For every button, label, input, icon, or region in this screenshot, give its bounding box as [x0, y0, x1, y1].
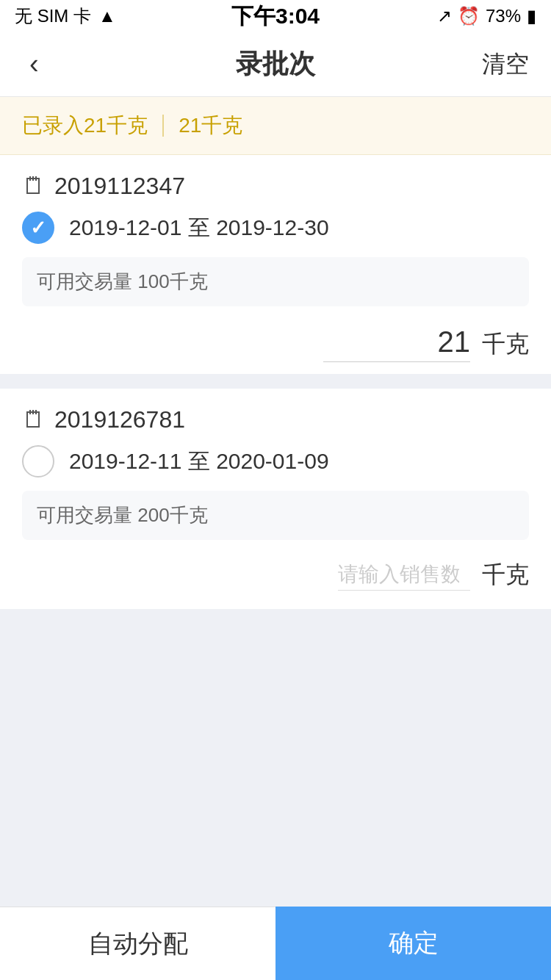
batch-unit-2: 千克: [482, 559, 529, 591]
batch-item-2: 🗒 2019126781 2019-12-11 至 2020-01-09 可用交…: [0, 389, 551, 609]
batch-date-2: 2019-12-11 至 2020-01-09: [69, 447, 329, 477]
quantity-input-2[interactable]: [338, 560, 470, 591]
main-content: 🗒 2019112347 2019-12-01 至 2019-12-30 可用交…: [0, 155, 551, 980]
batch-value-row-1: 21 千克: [0, 318, 551, 374]
clear-button[interactable]: 清空: [482, 48, 529, 81]
batch-value-container-1: 21: [323, 325, 470, 362]
bottom-bar: 自动分配 确定: [0, 907, 551, 980]
carrier-label: 无 SIM 卡: [15, 4, 91, 28]
doc-icon-1: 🗒: [22, 173, 46, 200]
batch-item-1: 🗒 2019112347 2019-12-01 至 2019-12-30 可用交…: [0, 155, 551, 374]
batch-value-line-1: [323, 361, 470, 362]
wifi-icon: ▲: [98, 6, 116, 26]
section-separator-1: [0, 374, 551, 389]
batch-quota-2: 可用交易量 200千克: [22, 491, 529, 540]
summary-bar: 已录入21千克 21千克: [0, 97, 551, 155]
summary-recorded: 已录入21千克: [22, 112, 148, 140]
quota-label-2: 可用交易量 200千克: [37, 504, 208, 526]
radio-button-2[interactable]: [22, 445, 54, 478]
batch-date-1: 2019-12-01 至 2019-12-30: [69, 213, 329, 243]
battery-label: 73%: [486, 6, 521, 26]
quota-label-1: 可用交易量 100千克: [37, 270, 208, 292]
summary-value: 21千克: [179, 112, 242, 140]
back-button[interactable]: ‹: [22, 41, 46, 87]
batch-value-1: 21: [438, 325, 471, 359]
doc-icon-2: 🗒: [22, 406, 46, 433]
location-icon: ↗: [437, 6, 452, 26]
status-left: 无 SIM 卡 ▲: [15, 4, 116, 28]
confirm-button[interactable]: 确定: [276, 907, 551, 980]
batch-header-2: 🗒 2019126781: [0, 389, 551, 439]
status-right: ↗ ⏰ 73% ▮: [437, 6, 536, 26]
status-bar: 无 SIM 卡 ▲ 下午3:04 ↗ ⏰ 73% ▮: [0, 0, 551, 32]
batch-id-2: 2019126781: [54, 406, 185, 433]
batch-date-row-2: 2019-12-11 至 2020-01-09: [0, 439, 551, 483]
alarm-icon: ⏰: [458, 6, 480, 26]
summary-divider: [162, 115, 164, 137]
auto-distribute-button[interactable]: 自动分配: [0, 907, 276, 980]
radio-button-1[interactable]: [22, 212, 54, 244]
batch-unit-1: 千克: [482, 328, 529, 361]
nav-bar: ‹ 录批次 清空: [0, 32, 551, 97]
batch-header-1: 🗒 2019112347: [0, 155, 551, 206]
battery-icon: ▮: [527, 6, 536, 26]
batch-date-row-1: 2019-12-01 至 2019-12-30: [0, 206, 551, 250]
batch-input-row-2: 千克: [0, 552, 551, 609]
batch-id-1: 2019112347: [54, 173, 185, 200]
page-title: 录批次: [236, 46, 315, 82]
status-time: 下午3:04: [231, 1, 320, 32]
batch-quota-1: 可用交易量 100千克: [22, 257, 529, 306]
